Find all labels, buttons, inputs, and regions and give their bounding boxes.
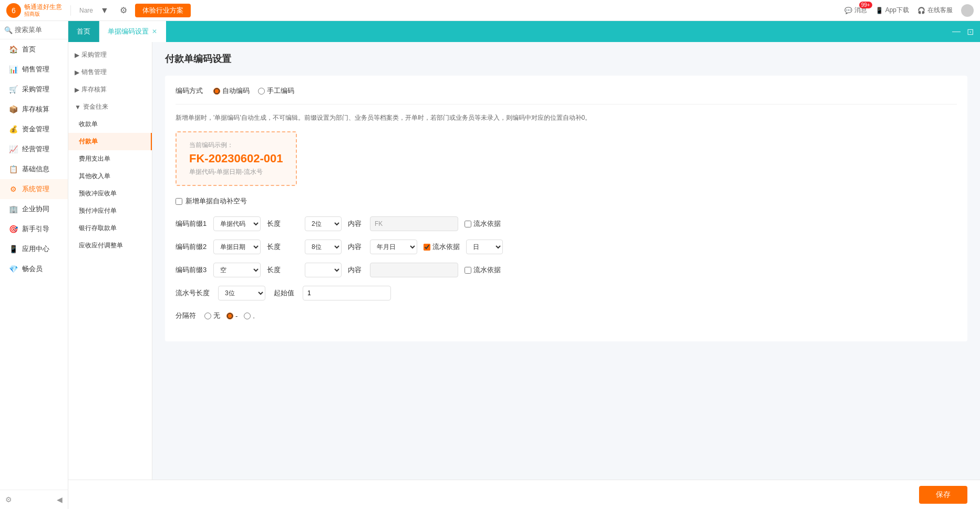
sidebar-item-finance[interactable]: 💰 资金管理 (0, 119, 68, 139)
code-preview-box: 当前编码示例： FK-20230602-001 单据代码-单据日期-流水号 (176, 131, 297, 186)
chevron-down-icon[interactable]: ▼ (97, 3, 112, 18)
prefix3-select[interactable]: 空 单据代码 部门 业务员 (213, 263, 261, 277)
tab-bar-actions: — ⊡ (946, 21, 980, 42)
sidebar-item-system[interactable]: ⚙ 系统管理 (0, 179, 68, 199)
company-name: 畅通道好生意 招商版 (24, 3, 62, 17)
prefix3-row: 编码前缀3 空 单据代码 部门 业务员 长度 2位 4位 (176, 263, 957, 277)
encoding-method-radio-group: 自动编码 手工编码 (213, 86, 294, 96)
sidebar-footer: ⚙ ◀ (0, 490, 68, 509)
tab-maximize-button[interactable]: ⊡ (965, 25, 976, 39)
prefix2-serial-checkbox[interactable]: 流水依据 (424, 242, 460, 252)
sidebar-item-label: 资金管理 (22, 124, 49, 134)
sidebar-item-inventory[interactable]: 📦 库存核算 (0, 99, 68, 119)
search-menu-button[interactable]: 🔍 搜索菜单 (0, 21, 68, 39)
sidebar-item-label: 首页 (22, 45, 36, 54)
message-button[interactable]: 💬 消息 99+ (844, 6, 867, 15)
top-bar: 6 畅通道好生意 招商版 Nare ▼ ⚙ 体验行业方案 💬 消息 99+ 📱 … (0, 0, 980, 21)
manual-encoding-radio[interactable]: 手工编码 (258, 86, 294, 96)
serial-start-input[interactable] (303, 286, 391, 300)
company-logo: 6 畅通道好生意 招商版 (6, 3, 62, 18)
sidebar-item-purchase[interactable]: 🛒 采购管理 (0, 79, 68, 99)
serial-start-label: 起始值 (274, 288, 294, 298)
sidebar-item-label: 经营管理 (22, 144, 49, 154)
tab-encoding-label: 单据编码设置 (108, 27, 149, 36)
tab-minimize-button[interactable]: — (950, 25, 963, 38)
separator-dot-radio[interactable]: . (244, 312, 255, 320)
prefix1-length-label: 长度 (267, 219, 298, 228)
chevron-right-icon: ▶ (75, 86, 79, 94)
tab-close-icon[interactable]: ✕ (152, 28, 157, 35)
prefix1-select[interactable]: 单据代码 部门 业务员 空 (213, 216, 261, 231)
sub-sidebar-item-prepay-payable[interactable]: 预付冲应付单 (68, 202, 152, 220)
auto-encoding-radio[interactable]: 自动编码 (213, 86, 250, 96)
prefix2-select[interactable]: 单据日期 部门 业务员 空 (213, 240, 261, 254)
sub-sidebar-item-payment[interactable]: 付款单 (68, 133, 152, 150)
sidebar-item-sales[interactable]: 📊 销售管理 (0, 59, 68, 79)
user-avatar[interactable] (961, 4, 974, 17)
chevron-right-icon: ▶ (75, 51, 79, 59)
content-area: 首页 单据编码设置 ✕ — ⊡ ▶ 采购管理 (68, 21, 980, 509)
gear-icon[interactable]: ⚙ (116, 3, 131, 18)
prefix2-length-select[interactable]: 8位 4位 6位 (305, 240, 342, 254)
sub-sidebar-group-purchase-header[interactable]: ▶ 采购管理 (68, 46, 152, 64)
prefix3-label: 编码前缀3 (176, 265, 207, 275)
sidebar-item-appcenter[interactable]: 📱 应用中心 (0, 239, 68, 259)
sidebar-item-basic[interactable]: 📋 基础信息 (0, 159, 68, 179)
sidebar-item-member[interactable]: 💎 畅会员 (0, 259, 68, 279)
member-icon: 💎 (8, 264, 18, 274)
separator-none-radio[interactable]: 无 (204, 311, 220, 320)
sidebar-item-label: 基础信息 (22, 164, 49, 174)
sub-sidebar-item-bank-deposit[interactable]: 银行存取款单 (68, 220, 152, 237)
trial-button[interactable]: 体验行业方案 (135, 4, 191, 17)
prefix2-serial-unit-select[interactable]: 日 月 年 (466, 240, 503, 254)
sidebar-item-home[interactable]: 🏠 首页 (0, 39, 68, 59)
code-preview-value: FK-20230602-001 (189, 152, 283, 165)
chevron-down-icon: ▼ (75, 103, 81, 111)
tab-encoding[interactable]: 单据编码设置 ✕ (99, 21, 166, 42)
auto-fill-checkbox[interactable] (176, 198, 182, 205)
encoding-method-row: 编码方式 自动编码 手工编码 (176, 86, 957, 105)
serial-length-select[interactable]: 3位 4位 5位 6位 (218, 286, 265, 300)
message-icon: 💬 (844, 7, 852, 14)
sub-sidebar-item-expense[interactable]: 费用支出单 (68, 150, 152, 168)
prefix1-serial-checkbox[interactable]: 流水依据 (465, 219, 501, 228)
sub-sidebar-item-other-income[interactable]: 其他收入单 (68, 168, 152, 185)
sub-sidebar-item-ap-adjust[interactable]: 应收应付调整单 (68, 237, 152, 254)
prefix3-length-select[interactable]: 2位 4位 (305, 263, 342, 277)
separator-dash-radio[interactable]: - (226, 312, 238, 320)
sidebar-item-operations[interactable]: 📈 经营管理 (0, 139, 68, 159)
sub-sidebar-item-receipt[interactable]: 收款单 (68, 116, 152, 133)
sub-sidebar-group-inventory: ▶ 库存核算 (68, 81, 152, 98)
sidebar-settings-button[interactable]: ⚙ (5, 495, 12, 504)
prefix3-length-label: 长度 (267, 265, 298, 275)
content-with-sub: ▶ 采购管理 ▶ 销售管理 ▶ 库存核算 (68, 42, 980, 480)
app-download-button[interactable]: 📱 App下载 (875, 6, 909, 15)
sub-sidebar-group-sales-header[interactable]: ▶ 销售管理 (68, 64, 152, 81)
prefix2-label: 编码前缀2 (176, 242, 207, 252)
sub-sidebar-group-capital: ▼ 资金往来 收款单 付款单 费用支出单 其他收入单 (68, 98, 152, 254)
breadcrumb: Nare (79, 7, 93, 14)
save-button[interactable]: 保存 (919, 486, 967, 504)
prefix3-serial-checkbox[interactable]: 流水依据 (465, 265, 501, 275)
prefix1-length-select[interactable]: 2位 4位 6位 8位 (305, 216, 342, 231)
sidebar-item-label: 采购管理 (22, 85, 49, 94)
hint-text: 新增单据时，'单据编码'自动生成，不可编辑。前缀设置为部门、业务员等档案类，开单… (176, 113, 957, 123)
prefix1-content-input (370, 216, 458, 231)
serial-row: 流水号长度 3位 4位 5位 6位 起始值 (176, 286, 957, 300)
separator-radio-group: 无 - . (204, 311, 255, 320)
sidebar-item-enterprise[interactable]: 🏢 企业协同 (0, 199, 68, 219)
system-icon: ⚙ (8, 184, 18, 194)
sidebar-collapse-button[interactable]: ◀ (57, 495, 63, 504)
tab-home[interactable]: 首页 (68, 21, 99, 42)
sidebar-item-label: 畅会员 (22, 264, 43, 274)
sub-sidebar-item-prepay-receivable[interactable]: 预收冲应收单 (68, 185, 152, 202)
prefix3-content-label: 内容 (348, 265, 364, 275)
sidebar-item-newguide[interactable]: 🎯 新手引导 (0, 219, 68, 239)
prefix2-content-select[interactable]: 年月日 年月 年 (370, 240, 417, 254)
message-badge: 99+ (859, 2, 872, 8)
sub-sidebar-group-inventory-header[interactable]: ▶ 库存核算 (68, 81, 152, 98)
search-menu-label: 搜索菜单 (15, 25, 42, 35)
sub-sidebar-group-capital-header[interactable]: ▼ 资金往来 (68, 98, 152, 116)
basic-icon: 📋 (8, 164, 18, 174)
online-service-button[interactable]: 🎧 在线客服 (917, 6, 953, 15)
